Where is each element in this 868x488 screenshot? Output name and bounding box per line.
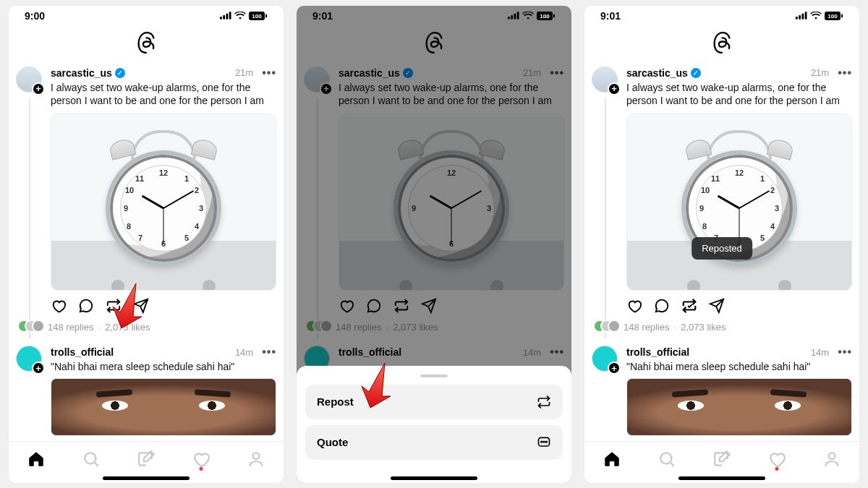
threads-logo [584,26,859,62]
username[interactable]: trolls_official [51,346,114,358]
svg-rect-5 [265,14,267,17]
post-card[interactable]: + trolls_official 14m ••• "Nahi bhai mer… [16,341,276,440]
username[interactable]: trolls_official [626,346,689,358]
quote-icon [537,435,551,450]
phone-screen-2: 9:01 100 + sarcastic_us [297,6,571,483]
follow-plus-icon[interactable]: + [608,361,621,374]
status-bar: 9:01 100 [297,6,571,26]
repost-label: Repost [317,395,354,408]
svg-rect-21 [799,15,801,20]
feed[interactable]: + sarcastic_us 21m ••• I always set two … [9,62,284,441]
wifi-icon [522,12,534,20]
post-stats[interactable]: 148 replies · 2,073 likes [593,320,852,334]
svg-point-18 [543,441,545,442]
like-count[interactable]: 2,073 likes [681,322,726,333]
compose-tab-icon[interactable] [136,449,156,469]
svg-point-28 [829,453,835,459]
search-tab-icon[interactable] [657,449,677,469]
post-image[interactable] [626,378,852,436]
status-time: 9:01 [312,10,333,22]
profile-tab-icon[interactable] [822,449,842,469]
activity-badge-dot [775,467,779,471]
svg-rect-2 [226,14,228,20]
home-indicator [103,476,190,480]
svg-rect-20 [796,17,798,20]
phone-screen-3: 9:01 100 + sarcastic_us [584,6,859,483]
home-tab-icon[interactable] [26,449,46,469]
battery-icon: 100 [825,12,843,20]
follow-plus-icon[interactable]: + [32,82,45,95]
like-icon[interactable] [626,298,642,314]
post-text: "Nahi bhai mera sleep schedule sahi hai" [626,360,852,374]
threads-logo [9,26,284,62]
follow-plus-icon[interactable]: + [32,361,45,374]
repost-icon-active[interactable] [681,298,697,314]
signal-icon [796,12,807,20]
post-card[interactable]: + sarcastic_us 21m ••• I always set two … [592,62,852,342]
status-indicators: 100 [220,12,268,20]
sheet-grabber[interactable] [420,374,448,377]
svg-point-17 [541,441,542,442]
home-indicator [391,476,477,480]
svg-point-27 [660,453,671,463]
home-indicator [678,476,765,480]
more-icon[interactable]: ••• [838,346,852,359]
signal-icon [220,12,231,20]
bottom-tab-bar [584,441,859,483]
status-time: 9:00 [25,10,45,22]
svg-rect-10 [511,15,513,20]
status-indicators: 100 [508,12,556,20]
post-image[interactable]: 12 3 6 9 1 2 4 5 7 8 10 [51,114,276,291]
post-text: I always set two wake-up alarms, one for… [626,81,852,108]
svg-rect-9 [508,17,510,20]
repost-button[interactable]: Repost [305,385,563,419]
username[interactable]: sarcastic_us [51,67,112,79]
post-time: 14m [811,347,829,358]
post-image[interactable] [51,378,276,436]
phone-screen-1: 9:00 100 + sarcastic_us [9,6,284,483]
bottom-tab-bar [9,441,284,483]
repost-icon[interactable] [106,298,122,314]
svg-rect-23 [805,12,807,19]
signal-icon [508,12,519,20]
like-count[interactable]: 2,073 likes [105,322,150,333]
status-bar: 9:00 100 [9,6,284,26]
activity-badge-dot [200,467,203,471]
share-icon[interactable] [133,298,149,314]
verified-badge-icon [115,68,125,78]
reply-count[interactable]: 148 replies [48,322,94,333]
status-bar: 9:01 100 [584,6,859,26]
post-time: 21m [811,67,829,78]
post-time: 21m [235,67,253,78]
quote-button[interactable]: Quote [305,425,563,460]
reposted-toast: Reposted [692,237,752,260]
reply-icon[interactable] [78,298,94,314]
reply-count[interactable]: 148 replies [624,322,670,333]
username[interactable]: sarcastic_us [626,67,688,79]
activity-tab-icon[interactable] [191,449,211,469]
post-time: 14m [235,347,253,358]
post-stats[interactable]: 148 replies · 2,073 likes [17,320,276,334]
share-icon[interactable] [709,298,725,314]
more-icon[interactable]: ••• [262,346,276,359]
more-icon[interactable]: ••• [838,67,852,80]
like-icon[interactable] [51,298,67,314]
post-card[interactable]: + trolls_official 14m ••• "Nahi bhai mer… [592,341,852,440]
svg-text:100: 100 [827,13,838,20]
svg-point-19 [546,441,548,442]
follow-plus-icon[interactable]: + [608,82,621,95]
profile-tab-icon[interactable] [246,449,266,469]
battery-icon: 100 [249,12,268,20]
post-image[interactable]: 12 3 6 9 1 2 4 5 7 8 10 11 [626,114,852,291]
post-card[interactable]: + sarcastic_us 21m ••• I always set two … [16,62,276,342]
status-time: 9:01 [600,10,621,22]
home-tab-icon[interactable] [602,449,622,469]
reply-icon[interactable] [654,298,670,314]
more-icon[interactable]: ••• [262,67,276,80]
verified-badge-icon [691,68,701,78]
compose-tab-icon[interactable] [712,449,732,469]
activity-tab-icon[interactable] [767,449,787,469]
search-tab-icon[interactable] [81,449,101,469]
status-indicators: 100 [796,12,843,20]
svg-rect-0 [220,17,222,20]
